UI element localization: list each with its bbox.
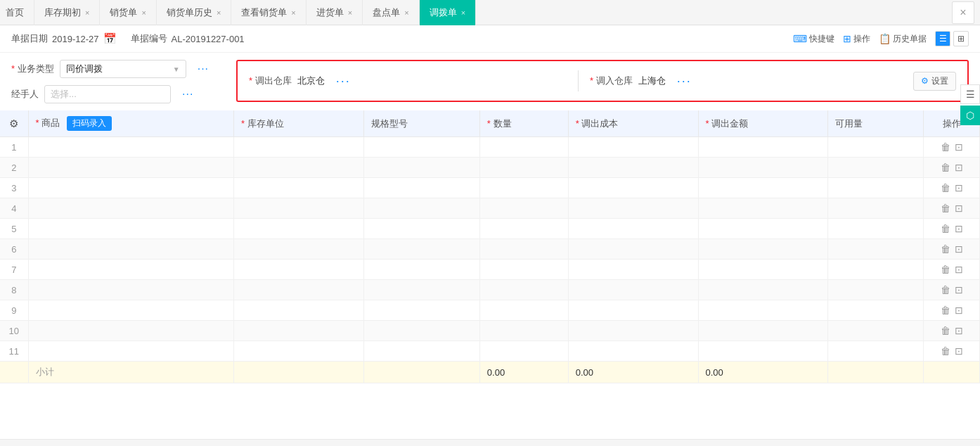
tab-purchase[interactable]: 进货单 × <box>307 0 363 25</box>
cell-amount[interactable] <box>698 198 828 219</box>
cell-cost[interactable] <box>568 239 698 260</box>
cell-spec[interactable] <box>363 178 479 198</box>
cell-available[interactable] <box>828 321 924 341</box>
cell-product[interactable] <box>28 198 233 219</box>
cell-amount[interactable] <box>698 178 828 198</box>
cell-available[interactable] <box>828 239 924 260</box>
layout-grid-btn[interactable]: ⊞ <box>953 31 969 46</box>
cell-cost[interactable] <box>568 280 698 300</box>
cell-spec[interactable] <box>363 280 479 300</box>
tab-home[interactable]: 首页 <box>6 0 34 25</box>
settings-button[interactable]: ⚙ 设置 <box>913 72 956 91</box>
horizontal-scrollbar[interactable] <box>0 439 980 446</box>
cell-product[interactable] <box>28 239 233 260</box>
scan-button[interactable]: 扫码录入 <box>67 116 112 131</box>
cell-amount[interactable] <box>698 219 828 239</box>
cell-available[interactable] <box>828 300 924 321</box>
copy-icon[interactable]: ⊡ <box>955 141 963 153</box>
person-field[interactable]: 选择... <box>44 85 171 103</box>
copy-icon[interactable]: ⊡ <box>955 264 963 275</box>
cell-qty[interactable] <box>479 198 568 219</box>
cell-available[interactable] <box>828 137 924 158</box>
cell-amount[interactable] <box>698 280 828 300</box>
tab-close-stock-init[interactable]: × <box>85 8 89 17</box>
tab-close-transfer[interactable]: × <box>461 8 465 17</box>
delete-icon[interactable]: 🗑 <box>941 203 950 214</box>
cell-product[interactable] <box>28 178 233 198</box>
cell-unit[interactable] <box>233 239 363 260</box>
cell-amount[interactable] <box>698 260 828 280</box>
biz-type-field[interactable]: 同价调拨 ▼ <box>60 60 186 78</box>
warehouse-out-more-icon[interactable]: ··· <box>336 74 351 89</box>
calendar-icon[interactable]: 📅 <box>103 32 117 45</box>
cell-unit[interactable] <box>233 198 363 219</box>
cell-qty[interactable] <box>479 260 568 280</box>
cell-unit[interactable] <box>233 158 363 178</box>
delete-icon[interactable]: 🗑 <box>941 325 950 336</box>
shortcut-button[interactable]: ⌨ 快捷键 <box>793 33 834 45</box>
cell-amount[interactable] <box>698 300 828 321</box>
copy-icon[interactable]: ⊡ <box>955 162 963 173</box>
delete-icon[interactable]: 🗑 <box>941 264 950 275</box>
cell-product[interactable] <box>28 260 233 280</box>
cell-product[interactable] <box>28 158 233 178</box>
delete-icon[interactable]: 🗑 <box>941 182 950 193</box>
sidebar-list-icon[interactable]: ☰ <box>960 84 980 104</box>
cell-cost[interactable] <box>568 158 698 178</box>
warehouse-in-more-icon[interactable]: ··· <box>677 74 692 89</box>
cell-amount[interactable] <box>698 158 828 178</box>
cell-amount[interactable] <box>698 321 828 341</box>
cell-unit[interactable] <box>233 280 363 300</box>
cell-product[interactable] <box>28 280 233 300</box>
copy-icon[interactable]: ⊡ <box>955 243 963 255</box>
cell-unit[interactable] <box>233 260 363 280</box>
cell-qty[interactable] <box>479 178 568 198</box>
copy-icon[interactable]: ⊡ <box>955 223 963 234</box>
cell-qty[interactable] <box>479 280 568 300</box>
delete-icon[interactable]: 🗑 <box>941 284 950 295</box>
window-close-button[interactable]: × <box>952 1 974 24</box>
cell-spec[interactable] <box>363 239 479 260</box>
tab-stocktake[interactable]: 盘点单 × <box>363 0 419 25</box>
cell-cost[interactable] <box>568 219 698 239</box>
sidebar-expand-icon[interactable]: ⬡ <box>960 106 980 125</box>
person-more-icon[interactable]: ··· <box>182 88 193 101</box>
delete-icon[interactable]: 🗑 <box>941 141 950 153</box>
cell-available[interactable] <box>828 219 924 239</box>
cell-amount[interactable] <box>698 239 828 260</box>
cell-qty[interactable] <box>479 321 568 341</box>
cell-available[interactable] <box>828 178 924 198</box>
delete-icon[interactable]: 🗑 <box>941 223 950 234</box>
cell-qty[interactable] <box>479 239 568 260</box>
cell-spec[interactable] <box>363 260 479 280</box>
cell-unit[interactable] <box>233 300 363 321</box>
cell-available[interactable] <box>828 280 924 300</box>
copy-icon[interactable]: ⊡ <box>955 345 963 357</box>
tab-close-sales-order[interactable]: × <box>141 8 146 17</box>
cell-qty[interactable] <box>479 219 568 239</box>
cell-available[interactable] <box>828 198 924 219</box>
tab-close-stocktake[interactable]: × <box>404 8 408 17</box>
cell-spec[interactable] <box>363 300 479 321</box>
cell-cost[interactable] <box>568 321 698 341</box>
cell-cost[interactable] <box>568 300 698 321</box>
delete-icon[interactable]: 🗑 <box>941 243 950 255</box>
biz-more-icon[interactable]: ··· <box>198 63 209 75</box>
copy-icon[interactable]: ⊡ <box>955 305 963 316</box>
cell-cost[interactable] <box>568 198 698 219</box>
table-settings-icon[interactable]: ⚙ <box>9 117 18 129</box>
copy-icon[interactable]: ⊡ <box>955 325 963 336</box>
cell-unit[interactable] <box>233 219 363 239</box>
tab-close-sales-history[interactable]: × <box>217 8 221 17</box>
cell-qty[interactable] <box>479 158 568 178</box>
layout-list-btn[interactable]: ☰ <box>935 31 950 46</box>
delete-icon[interactable]: 🗑 <box>941 305 950 316</box>
ops-button[interactable]: ⊞ 操作 <box>843 33 870 45</box>
cell-product[interactable] <box>28 321 233 341</box>
cell-spec[interactable] <box>363 137 479 158</box>
cell-unit[interactable] <box>233 178 363 198</box>
cell-product[interactable] <box>28 137 233 158</box>
cell-spec[interactable] <box>363 198 479 219</box>
cell-spec[interactable] <box>363 219 479 239</box>
delete-icon[interactable]: 🗑 <box>941 162 950 173</box>
